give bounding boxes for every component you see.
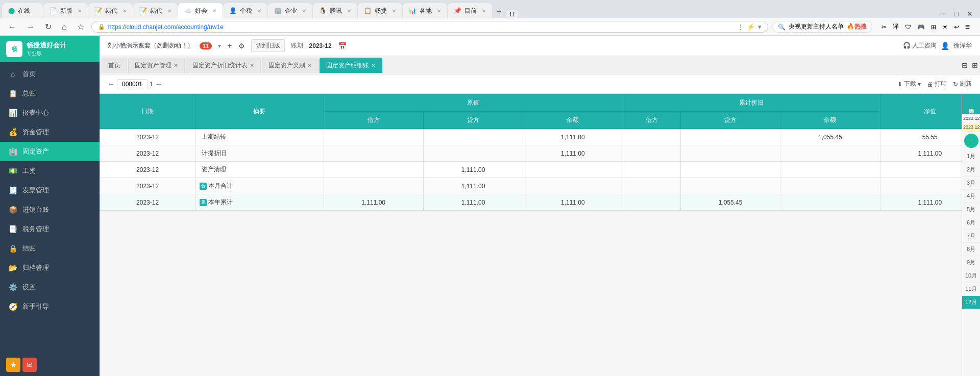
page-tab-asset-ledger[interactable]: 固定资产明细账 ✕ [320,58,382,73]
period-month-6[interactable]: 6月 [962,216,980,230]
game-icon[interactable]: 🎮 [917,23,925,31]
expand-icon[interactable]: ⊞ [972,61,978,69]
period-month-10[interactable]: 10月 [962,269,980,283]
sidebar-item-payroll[interactable]: 💵 工资 [0,161,100,181]
sidebar-item-general-ledger[interactable]: 📋 总账 [0,84,100,103]
back-button[interactable]: ← [5,21,19,33]
home-button[interactable]: ⌂ [59,21,70,33]
period-month-9[interactable]: 9月 [962,256,980,269]
tab-close-icon[interactable]: ✕ [392,8,396,14]
grid-icon[interactable]: ⊞ [931,23,936,31]
sidebar-item-purchase-sales[interactable]: 📦 进销台账 [0,200,100,219]
page-tab-asset-category[interactable]: 固定资产类别 ✕ [262,58,318,73]
menu-icon[interactable]: ≡ [965,22,970,32]
new-tab-button[interactable]: + [493,5,505,18]
download-button[interactable]: ⬇ 下载 ▾ [897,80,921,88]
sidebar-item-settings[interactable]: ⚙️ 设置 [0,278,100,297]
sidebar-item-fixed-assets[interactable]: 🏢 固定资产 [0,142,100,161]
maximize-button[interactable]: □ [954,10,959,18]
notification-badge[interactable]: 11 [200,42,212,49]
minimize-button[interactable]: ─ [940,9,946,18]
tab-close-icon[interactable]: ✕ [122,8,127,14]
add-button[interactable]: + [227,41,232,51]
cut-icon[interactable]: ✂ [881,23,887,31]
brightness-icon[interactable]: ☀ [942,23,948,31]
tab-close-icon[interactable]: ✕ [167,8,172,14]
browser-tab-new[interactable]: 📄 新版 ✕ [43,3,88,18]
sidebar-item-home[interactable]: ⌂ 首页 [0,64,100,84]
period-date-end[interactable]: 2023.12 [962,123,980,132]
browser-tab-online[interactable]: ⬤ 在线 [2,3,43,18]
browser-tab-gedi[interactable]: 📊 各地 ✕ [403,3,447,18]
refresh-button[interactable]: ↻ 刷新 [953,80,972,88]
dropdown-icon[interactable]: ▾ [758,23,762,31]
close-button[interactable]: ✕ [967,10,973,18]
tab-count-badge[interactable]: 11 [506,10,518,18]
browser-tab-tengxun[interactable]: 🐧 腾讯 ✕ [313,3,357,18]
tab-close-icon[interactable]: ✕ [78,8,82,14]
period-month-2[interactable]: 2月 [962,163,980,177]
browser-tab-muqian[interactable]: 📌 目前 ✕ [448,3,492,18]
page-tab-home[interactable]: 首页 [102,58,127,73]
tab-close-icon[interactable]: ✕ [482,8,486,14]
tab-close-icon[interactable]: ✕ [174,62,178,69]
switch-version-button[interactable]: 切到旧版 [251,39,285,52]
forward-button[interactable]: → [23,21,38,33]
tab-close-icon[interactable]: ✕ [302,8,306,14]
period-month-8[interactable]: 8月 [962,243,980,256]
row-summary[interactable]: 计提折旧 [195,145,324,162]
avatar-icon[interactable]: 👤 [941,42,949,50]
record-id-input[interactable] [117,79,148,89]
prev-button[interactable]: ← [108,80,115,88]
period-month-3[interactable]: 3月 [962,177,980,190]
period-month-5[interactable]: 5月 [962,203,980,216]
sidebar-item-funds[interactable]: 💰 资金管理 [0,122,100,142]
period-month-4[interactable]: 4月 [962,190,980,203]
tab-close-icon[interactable]: ✕ [307,62,312,69]
settings-icon[interactable]: ⚙ [238,42,245,50]
site-info-icon[interactable]: ⋮ [737,23,744,31]
adblock-icon[interactable]: 🛡 [905,23,911,31]
tab-close-icon[interactable]: ✕ [371,62,376,69]
collapse-icon[interactable]: ⊟ [962,61,968,69]
sidebar-star-button[interactable]: ★ [6,358,20,372]
browser-tab-changjie[interactable]: 📋 畅捷 ✕ [358,3,402,18]
browser-tab-yidai1[interactable]: 📝 易代 ✕ [88,3,133,18]
sidebar-item-guide[interactable]: 🧭 新手引导 [0,297,100,316]
address-bar[interactable]: 🔒 https://cloud.chanjet.com/accounting/u… [91,21,768,33]
tab-close-icon[interactable]: ✕ [250,62,254,69]
bookmark-button[interactable]: ☆ [74,21,87,33]
browser-tab-yidai2[interactable]: 📝 易代 ✕ [133,3,178,18]
browser-tab-haohui[interactable]: ☁️ 好会 ✕ [178,3,223,18]
tab-close-icon[interactable]: ✕ [212,8,216,14]
browser-tab-qiye[interactable]: 🏢 企业 ✕ [268,3,312,18]
history-icon[interactable]: ↩ [954,23,959,31]
sidebar-mail-button[interactable]: ✉ [22,358,37,372]
support-button[interactable]: 🎧 人工咨询 [903,41,937,50]
print-button[interactable]: 🖨 打印 [927,80,947,88]
sidebar-item-tax[interactable]: 📑 税务管理 [0,219,100,239]
sidebar-item-reports[interactable]: 📊 报表中心 [0,103,100,122]
tab-close-icon[interactable]: ✕ [437,8,441,14]
period-month-12[interactable]: 12月 [962,296,980,309]
lightning-icon[interactable]: ⚡ [747,23,755,31]
page-tab-depreciation-stats[interactable]: 固定资产折旧统计表 ✕ [186,58,261,73]
calendar-icon[interactable]: 📅 [338,42,347,50]
sidebar-item-archive[interactable]: 📂 归档管理 [0,258,100,278]
dropdown-icon[interactable]: ▾ [218,42,221,49]
period-month-1[interactable]: 1月 [962,150,980,163]
search-bar[interactable]: 🔍 央视更新主持人名单 🔥热搜 [772,21,872,33]
next-button[interactable]: → [155,80,162,88]
row-summary[interactable]: 资产清理 [195,162,324,178]
period-date-start[interactable]: 2023.12 [962,114,980,123]
translate-icon[interactable]: 译 [893,22,899,31]
tab-close-icon[interactable]: ✕ [347,8,351,14]
reload-button[interactable]: ↻ [42,21,55,33]
sidebar-item-invoice[interactable]: 🧾 发票管理 [0,181,100,200]
tab-close-icon[interactable]: ✕ [257,8,261,14]
sidebar-item-closing[interactable]: 🔒 结账 [0,239,100,258]
row-summary[interactable]: 上期结转 [195,129,324,145]
scroll-up-button[interactable]: ↑ [964,134,978,148]
period-month-11[interactable]: 11月 [962,283,980,296]
page-tab-fixed-assets[interactable]: 固定资产管理 ✕ [128,58,185,73]
